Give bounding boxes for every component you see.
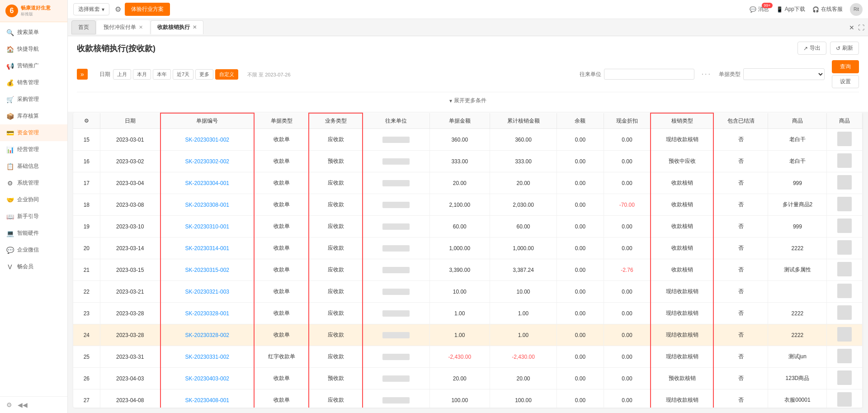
docno-link[interactable]: SK-20230331-002 (185, 354, 229, 360)
cell-verify-type: 现结收款核销 (651, 324, 713, 346)
th-amount[interactable]: 单据金额 (429, 113, 490, 129)
this-month-btn[interactable]: 本月 (133, 69, 151, 80)
maximize-tab-btn[interactable]: ⛶ (858, 24, 864, 31)
cell-docno: SK-20230308-001 (160, 194, 254, 216)
cell-discount: 0.00 (604, 129, 651, 151)
prepay-tab-label: 预付冲应付单 (104, 24, 136, 31)
docno-link[interactable]: SK-20230328-002 (185, 332, 229, 338)
th-discount[interactable]: 现金折扣 (604, 113, 651, 129)
th-partner[interactable]: 往来单位 (363, 113, 429, 129)
cell-amount: 360.00 (429, 129, 490, 151)
docno-link[interactable]: SK-20230314-001 (185, 245, 229, 252)
th-date[interactable]: 日期 (100, 113, 160, 129)
tab-collect[interactable]: 收款核销执行 ✕ (151, 20, 203, 34)
filter-settings-btn[interactable]: 设置 (832, 75, 859, 88)
sidebar-item-guide[interactable]: 📖 新手引导 (0, 208, 67, 225)
export-button[interactable]: ↗ 导出 (797, 42, 826, 55)
cell-docno: SK-20230310-001 (160, 216, 254, 237)
sidebar-item-basics[interactable]: 📋 基础信息 (0, 158, 67, 175)
cell-amount: 2,100.00 (429, 194, 490, 216)
docno-link[interactable]: SK-20230408-001 (185, 397, 229, 404)
docno-link[interactable]: SK-20230403-002 (185, 375, 229, 382)
topbar-gear-icon[interactable]: ⚙ (115, 5, 121, 14)
cell-include: 否 (713, 389, 768, 408)
cell-goods-img (827, 303, 863, 324)
tab-prepay[interactable]: 预付冲应付单 ✕ (97, 20, 150, 34)
cell-date: 2023-03-14 (100, 237, 160, 259)
sidebar-item-wechat[interactable]: 💬 企业微信 (0, 242, 67, 258)
sidebar-item-search[interactable]: 🔍 搜索菜单 (0, 24, 67, 41)
this-year-btn[interactable]: 本年 (153, 69, 171, 80)
th-goods-img[interactable]: 商品 (827, 113, 863, 129)
partner-input[interactable] (604, 69, 694, 80)
sidebar-item-finance[interactable]: 💳 资金管理 (0, 124, 67, 141)
th-include[interactable]: 包含已结清 (713, 113, 768, 129)
more-date-btn[interactable]: 更多 (195, 69, 213, 80)
app-download-btn[interactable]: 📱 App下载 (776, 5, 805, 13)
last7days-btn[interactable]: 近7天 (173, 69, 193, 80)
docno-link[interactable]: SK-20230302-002 (185, 158, 229, 165)
partner-value (382, 289, 410, 295)
settings-bottom-icon[interactable]: ⚙ (6, 401, 12, 408)
sidebar-item-purchase[interactable]: 🛒 采购管理 (0, 91, 67, 108)
doctype-select[interactable] (743, 68, 825, 80)
th-goods[interactable]: 商品 (768, 113, 827, 129)
tab-home[interactable]: 首页 (71, 20, 96, 34)
finance-icon: 💳 (6, 129, 14, 137)
sidebar-item-hardware[interactable]: 💻 智能硬件 (0, 225, 67, 242)
th-verify-type[interactable]: 核销类型 (651, 113, 713, 129)
message-btn[interactable]: 💬 消息 99+ (750, 5, 769, 13)
cell-date: 2023-03-28 (100, 303, 160, 324)
docno-link[interactable]: SK-20230321-003 (185, 289, 229, 295)
collect-tab-close[interactable]: ✕ (193, 24, 197, 30)
solution-button[interactable]: 体验行业方案 (125, 3, 170, 16)
cell-goods: 2222 (768, 303, 827, 324)
purchase-icon: 🛒 (6, 96, 14, 103)
docno-link[interactable]: SK-20230310-001 (185, 223, 229, 230)
th-verify-amount[interactable]: 累计核销金额 (490, 113, 557, 129)
expand-conditions-btn[interactable]: ▾ 展开更多条件 (77, 95, 859, 106)
cell-include: 否 (713, 303, 768, 324)
sidebar-item-system[interactable]: ⚙ 系统管理 (0, 175, 67, 191)
cell-partner (363, 237, 429, 259)
query-button[interactable]: 查询 (832, 60, 859, 73)
th-settings[interactable]: ⚙ (73, 113, 100, 129)
sidebar-item-marketing[interactable]: 📢 营销推广 (0, 57, 67, 74)
sidebar-label-system: 系统管理 (17, 179, 39, 187)
th-docno[interactable]: 单据编号 (160, 113, 254, 129)
docno-link[interactable]: SK-20230308-001 (185, 202, 229, 208)
last-month-btn[interactable]: 上月 (113, 69, 131, 80)
filter-expand-btn[interactable]: » (77, 69, 88, 80)
cell-order: 16 (73, 151, 100, 172)
cell-order: 18 (73, 194, 100, 216)
account-selector[interactable]: 选择账套 ▾ (73, 3, 109, 15)
sidebar-item-operations[interactable]: 📊 经营管理 (0, 141, 67, 158)
cell-goods-img (827, 151, 863, 172)
refresh-button[interactable]: ↺ 刷新 (830, 42, 859, 55)
th-balance[interactable]: 余额 (557, 113, 604, 129)
partner-filter-group: 往来单位 (580, 69, 694, 80)
user-avatar[interactable]: Rit (850, 3, 863, 16)
cell-doctype: 收款单 (254, 194, 309, 216)
cell-amount: 3,390.00 (429, 259, 490, 281)
cell-biztype: 应收款 (309, 303, 363, 324)
docno-link[interactable]: SK-20230328-001 (185, 310, 229, 317)
sidebar-item-enterprise[interactable]: 🤝 企业协同 (0, 191, 67, 208)
sidebar-item-quicknav[interactable]: 🏠 快捷导航 (0, 41, 67, 57)
table-row: 25 2023-03-31 SK-20230331-002 红字收款单 应收款 … (73, 346, 863, 368)
sidebar-item-sales[interactable]: 💰 销售管理 (0, 74, 67, 91)
sidebar-item-member[interactable]: V 畅会员 (0, 258, 67, 275)
custom-date-btn[interactable]: 自定义 (215, 69, 238, 80)
sidebar-item-inventory[interactable]: 📦 库存核算 (0, 108, 67, 124)
cell-include: 否 (713, 324, 768, 346)
online-service-btn[interactable]: 🎧 在线客服 (812, 5, 843, 13)
doctype-filter-group: 单据类型 (719, 68, 825, 80)
th-biztype[interactable]: 业务类型 (309, 113, 363, 129)
collapse-icon[interactable]: ◀◀ (18, 401, 28, 408)
docno-link[interactable]: SK-20230301-002 (185, 137, 229, 143)
docno-link[interactable]: SK-20230315-002 (185, 267, 229, 273)
th-doctype[interactable]: 单据类型 (254, 113, 309, 129)
docno-link[interactable]: SK-20230304-001 (185, 180, 229, 186)
prepay-tab-close[interactable]: ✕ (139, 24, 143, 30)
close-tab-btn[interactable]: ✕ (849, 24, 854, 31)
